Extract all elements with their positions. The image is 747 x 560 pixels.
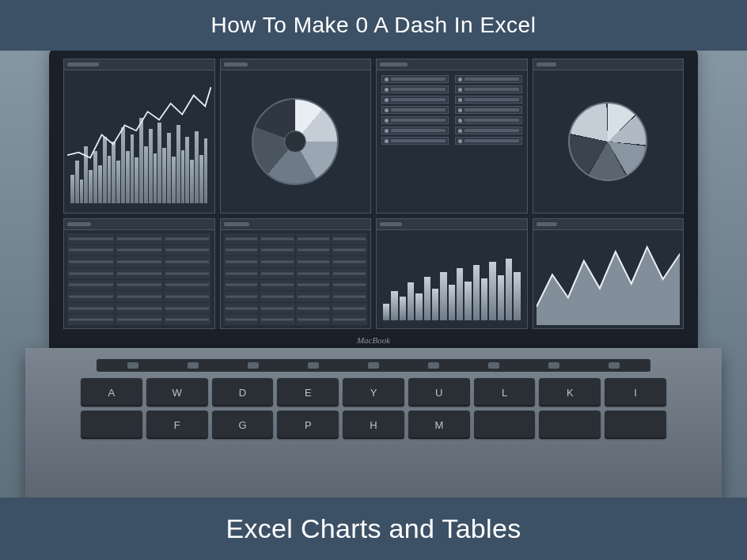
panel-header xyxy=(533,219,684,230)
legend-item xyxy=(381,96,449,104)
key: E xyxy=(277,378,339,407)
panel-header xyxy=(221,219,371,230)
legend-item xyxy=(455,96,522,104)
panel-data-table-1 xyxy=(63,218,215,329)
key xyxy=(605,411,666,439)
area-series xyxy=(537,233,681,325)
legend-item xyxy=(381,137,449,145)
laptop-illustration: MacBook A W D E Y U L K I F G P xyxy=(25,47,722,506)
keyboard: A W D E Y U L K I F G P H M xyxy=(49,378,698,439)
svg-marker-0 xyxy=(537,247,681,325)
panel-data-table-2 xyxy=(220,218,372,329)
legend-item xyxy=(381,116,449,124)
legend-item xyxy=(381,75,449,83)
title-text: How To Make 0 A Dash In Excel xyxy=(211,13,537,37)
key: D xyxy=(212,378,274,407)
panel-header xyxy=(64,59,214,70)
key: Y xyxy=(343,378,404,407)
touch-bar xyxy=(97,359,650,372)
key: M xyxy=(408,411,470,439)
panel-mini-bars xyxy=(376,218,528,329)
key xyxy=(81,411,142,439)
laptop-keyboard-deck: A W D E Y U L K I F G P H M xyxy=(25,348,722,506)
line-series xyxy=(67,74,211,210)
pie-gauge xyxy=(252,98,339,185)
legend-item xyxy=(381,127,449,134)
legend-item xyxy=(455,127,522,134)
panel-header xyxy=(377,219,527,230)
key: U xyxy=(408,378,470,407)
laptop-brand-logo: MacBook xyxy=(357,335,390,345)
legend-item xyxy=(455,85,522,93)
key: F xyxy=(146,411,208,439)
panel-radial-gauge xyxy=(220,59,372,214)
key: L xyxy=(474,378,536,407)
legend-item xyxy=(455,106,522,114)
panel-pie-segments xyxy=(533,59,684,214)
panel-legend-controls xyxy=(376,59,528,214)
subtitle-text: Excel Charts and Tables xyxy=(226,513,521,543)
key: A xyxy=(81,378,142,407)
panel-header xyxy=(64,219,214,230)
laptop-screen-bezel: MacBook xyxy=(49,47,698,348)
legend-item xyxy=(381,106,449,114)
title-banner-top: How To Make 0 A Dash In Excel xyxy=(0,0,747,51)
key: G xyxy=(212,411,274,439)
key xyxy=(474,411,536,439)
pie-wheel xyxy=(568,102,647,181)
panel-header xyxy=(533,59,684,70)
legend-item xyxy=(381,85,449,93)
key xyxy=(539,411,601,439)
legend-item xyxy=(455,75,522,83)
panel-area-chart xyxy=(533,218,684,329)
key: P xyxy=(277,411,339,439)
key: H xyxy=(343,411,404,439)
panel-barline-chart xyxy=(63,59,215,214)
legend-item xyxy=(455,116,522,124)
title-banner-bottom: Excel Charts and Tables xyxy=(0,498,747,560)
panel-header xyxy=(221,59,371,70)
panel-header xyxy=(377,59,527,70)
dashboard-screen xyxy=(63,59,684,329)
key: K xyxy=(539,378,601,407)
key: I xyxy=(605,378,666,407)
key: W xyxy=(146,378,208,407)
legend-item xyxy=(455,137,522,145)
